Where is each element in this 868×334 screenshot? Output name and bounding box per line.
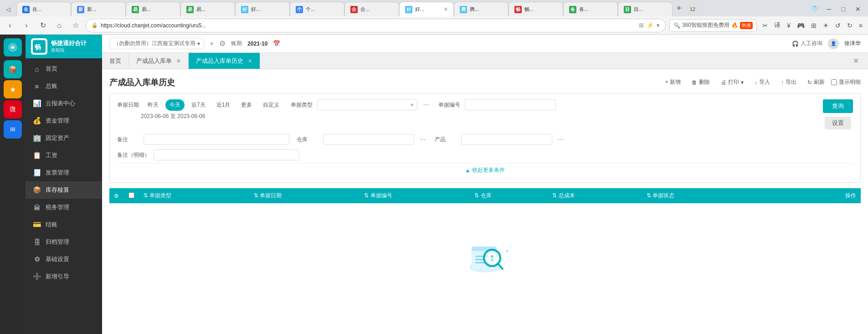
th-total-cost[interactable]: ⇅ 总成本	[548, 188, 642, 203]
refresh-button[interactable]: ↻ 刷新	[803, 77, 829, 88]
sidebar-item-invoice[interactable]: 🧾 发票管理	[26, 164, 102, 181]
note-filter-input[interactable]	[144, 134, 289, 145]
company-selector[interactable]: （勿删勿禁用）江西服宝测试专用 ▾	[109, 38, 204, 49]
app-icon-chanjet[interactable]	[4, 38, 22, 57]
query-button[interactable]: 查询	[823, 99, 853, 113]
th-settings[interactable]: ⚙	[109, 188, 124, 203]
bookmark-button[interactable]: ☆	[69, 19, 82, 32]
theme-icon[interactable]: ☀	[821, 21, 831, 30]
user-service[interactable]: 🎧 人工咨询	[792, 40, 822, 47]
tab-6[interactable]: 个 个...	[290, 2, 344, 16]
collapse-row[interactable]: ▲ 收起更多条件	[117, 163, 853, 177]
tab-4[interactable]: 易 易...	[180, 2, 235, 16]
show-detail-input[interactable]	[831, 79, 837, 85]
tab-12[interactable]: 目 目...	[618, 2, 673, 16]
tab-7[interactable]: 企 企...	[344, 2, 399, 16]
tab-1[interactable]: 在 在...	[16, 2, 71, 16]
date-btn-yesterday[interactable]: 昨天	[144, 99, 163, 111]
minimize-icon[interactable]: ─	[822, 3, 835, 15]
tab-active-close[interactable]: ✕	[444, 6, 448, 12]
import-button[interactable]: ↓ 导入	[750, 77, 775, 88]
tab-active[interactable]: 好 好... ✕	[399, 2, 454, 16]
breadcrumb-list-close[interactable]: ✕	[176, 58, 181, 64]
th-checkbox[interactable]	[124, 188, 139, 203]
type-dropdown[interactable]: ▾	[317, 99, 417, 110]
print-button[interactable]: 🖨 打印 ▾	[716, 77, 748, 88]
shirt-icon[interactable]: 👕	[808, 3, 821, 15]
date-btn-more[interactable]: 更多	[237, 99, 256, 111]
warehouse-filter-input[interactable]	[323, 134, 414, 145]
apps-icon[interactable]: ⊞	[809, 21, 818, 30]
tab-10[interactable]: 畅 畅...	[508, 2, 563, 16]
add-button[interactable]: + 新增	[661, 77, 685, 88]
tab-2[interactable]: 新 新...	[71, 2, 126, 16]
sidebar-item-salary[interactable]: 📋 工资	[26, 147, 102, 164]
breadcrumb-history[interactable]: 产成品入库单历史 ✕	[189, 53, 260, 69]
export-button[interactable]: ↑ 导出	[776, 77, 801, 88]
date-btn-1month[interactable]: 近1月	[212, 99, 235, 111]
th-status[interactable]: ⇅ 单据状态	[642, 188, 752, 203]
translate-icon[interactable]: 译	[772, 21, 782, 31]
sidebar-item-reports[interactable]: 📊 云报表中心	[26, 95, 102, 112]
close-panel-button[interactable]: ✕	[853, 57, 864, 65]
select-all-checkbox[interactable]	[128, 192, 134, 198]
product-filter-input[interactable]	[461, 134, 552, 145]
show-detail-checkbox[interactable]: 显示明细	[831, 78, 861, 86]
number-filter-input[interactable]	[465, 99, 556, 110]
sidebar-item-home[interactable]: ⌂ 首页	[26, 60, 102, 77]
delete-button[interactable]: 🗑 删除	[687, 77, 714, 88]
url-field[interactable]: 🔒 https://cloud.chanjet.com/accounting/u…	[86, 19, 666, 32]
th-number[interactable]: ⇅ 单据编号	[360, 188, 470, 203]
sidebar-item-archive[interactable]: 🗄 归档管理	[26, 233, 102, 251]
back-button[interactable]: ‹	[4, 19, 16, 32]
sidebar-item-newbill[interactable]: ➕ 新增引导	[26, 268, 102, 285]
refresh-button[interactable]: ↻	[36, 19, 49, 32]
sidebar-item-tax[interactable]: 🏛 税务管理	[26, 199, 102, 216]
game-icon[interactable]: 🎮	[795, 21, 806, 30]
date-btn-custom[interactable]: 自定义	[259, 99, 283, 111]
settings-filter-button[interactable]: 设置	[825, 117, 851, 129]
sidebar-item-inventory[interactable]: 📦 库存核算	[26, 181, 102, 199]
sidebar-item-basic[interactable]: ⚙ 基础设置	[26, 251, 102, 268]
tab-9[interactable]: 腾 腾...	[454, 2, 508, 16]
tab-5[interactable]: 好 好...	[235, 2, 290, 16]
breadcrumb-list[interactable]: 产成品入库单 ✕	[129, 53, 189, 69]
note-detail-filter-input[interactable]	[154, 149, 299, 160]
app-icon-2[interactable]: 📦	[4, 60, 22, 78]
redo-icon[interactable]: ↻	[845, 21, 854, 30]
date-btn-today[interactable]: 今天	[165, 99, 185, 111]
undo-icon[interactable]: ↺	[833, 21, 842, 30]
sidebar-item-ledger[interactable]: ≡ 总账	[26, 77, 102, 95]
app-icon-weibo[interactable]: 微	[4, 100, 22, 118]
breadcrumb-history-close[interactable]: ✕	[248, 58, 252, 64]
browser-back-icon[interactable]: ◁	[0, 2, 16, 16]
forward-button[interactable]: ›	[20, 19, 33, 32]
sidebar-item-checkout[interactable]: 💳 结账	[26, 216, 102, 233]
home-button[interactable]: ⌂	[53, 19, 66, 32]
menu-icon[interactable]: ≡	[857, 21, 864, 30]
type-dots[interactable]: ···	[421, 101, 431, 109]
sidebar-item-funds[interactable]: 💰 资金管理	[26, 112, 102, 129]
search-box-360[interactable]: 🔍 360智能抠图免费用 🔥 热搜	[669, 19, 757, 32]
currency-icon[interactable]: ¥	[785, 21, 792, 30]
maximize-icon[interactable]: □	[837, 3, 850, 15]
settings-icon-header[interactable]: ⚙	[219, 39, 226, 48]
dropdown-icon[interactable]: ▾	[657, 22, 660, 29]
sidebar-item-fixed[interactable]: 🏢 固定资产	[26, 129, 102, 147]
user-avatar[interactable]: 👤	[828, 38, 839, 49]
date-btn-7days[interactable]: 近7天	[187, 99, 210, 111]
add-company-button[interactable]: +	[210, 40, 214, 48]
tab-3[interactable]: 易 易...	[126, 2, 180, 16]
th-date[interactable]: ⇅ 单据日期	[249, 188, 360, 203]
close-window-icon[interactable]: ✕	[852, 3, 864, 15]
th-warehouse[interactable]: ⇅ 仓库	[470, 188, 548, 203]
tab-11[interactable]: 各 各...	[563, 2, 618, 16]
th-type[interactable]: ⇅ 单据类型	[139, 188, 249, 203]
scissors-icon[interactable]: ✂	[760, 21, 770, 30]
product-dots[interactable]: ···	[556, 135, 565, 144]
calendar-icon[interactable]: 📅	[273, 40, 280, 47]
app-icon-star[interactable]: ★	[4, 80, 22, 98]
app-icon-mail[interactable]: ✉	[4, 120, 22, 139]
breadcrumb-home[interactable]: 首页	[102, 53, 129, 69]
new-tab-button[interactable]: +	[673, 2, 685, 15]
